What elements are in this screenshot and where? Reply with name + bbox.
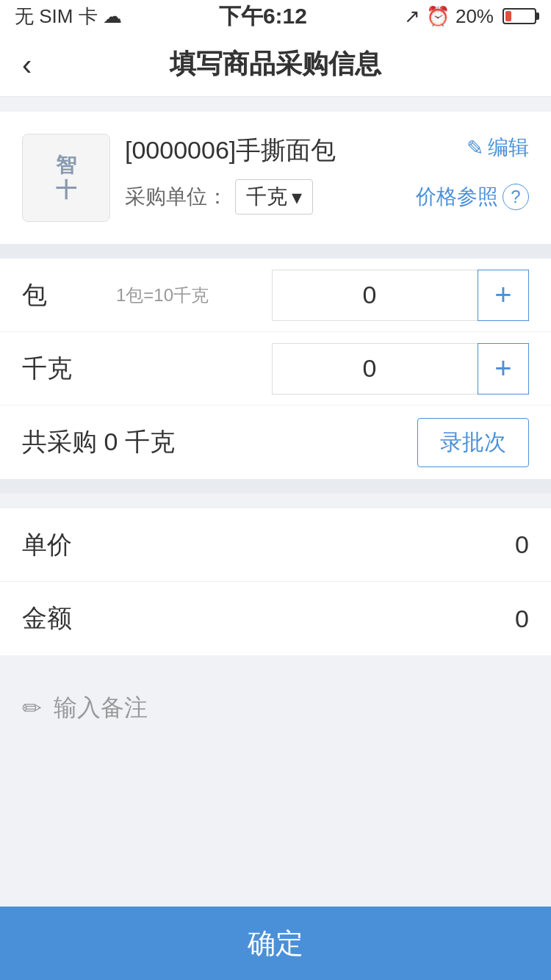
- total-amount: 0: [104, 428, 118, 455]
- separator-1: [0, 244, 551, 259]
- alarm-icon: ⏰: [426, 5, 450, 28]
- chevron-down-icon: ▾: [292, 185, 302, 209]
- amount-value: 0: [515, 605, 529, 633]
- product-card: 智 十 [0000006]手撕面包 ✎ 编辑 采购单位： 千克 ▾ 价格参照: [0, 112, 551, 244]
- logo-text: 智 十: [56, 153, 76, 202]
- bag-label: 包: [22, 278, 110, 312]
- pencil-icon: ✏: [22, 694, 42, 722]
- battery-icon: [503, 8, 536, 24]
- product-logo: 智 十: [22, 134, 110, 222]
- status-bar: 无 SIM 卡 ☁ 下午6:12 ↗ ⏰ 20%: [0, 0, 551, 32]
- batch-record-button[interactable]: 录批次: [417, 418, 529, 467]
- input-section: 包 1包=10千克 + 千克 +: [0, 259, 551, 406]
- amount-row: 金额 0: [0, 582, 551, 655]
- edit-button[interactable]: ✎ 编辑: [467, 134, 529, 162]
- bag-input-row: 包 1包=10千克 +: [0, 259, 551, 332]
- help-icon: ?: [503, 184, 529, 210]
- back-button[interactable]: ‹: [22, 50, 32, 79]
- bag-sub-label: 1包=10千克: [116, 284, 209, 307]
- kg-input-right: +: [272, 343, 529, 394]
- kg-input-row: 千克 +: [0, 332, 551, 406]
- bag-plus-button[interactable]: +: [478, 270, 529, 321]
- nav-bar: ‹ 填写商品采购信息: [0, 32, 551, 97]
- price-reference-button[interactable]: 价格参照 ?: [416, 183, 529, 211]
- edit-icon: ✎: [467, 136, 483, 160]
- kg-quantity-input[interactable]: [272, 343, 478, 394]
- unit-price-label: 单价: [22, 528, 72, 562]
- sim-signal-text: 无 SIM 卡 ☁: [15, 4, 122, 29]
- unit-row: 采购单位： 千克 ▾ 价格参照 ?: [125, 179, 529, 215]
- bag-quantity-input[interactable]: [272, 270, 478, 321]
- notes-section[interactable]: ✏ 输入备注: [0, 670, 551, 746]
- page-title: 填写商品采购信息: [170, 46, 381, 82]
- location-icon: ↗: [404, 5, 420, 28]
- total-row: 共采购 0 千克 录批次: [0, 406, 551, 479]
- unit-select-dropdown[interactable]: 千克 ▾: [235, 179, 313, 215]
- product-info: [0000006]手撕面包 ✎ 编辑 采购单位： 千克 ▾ 价格参照 ?: [125, 134, 529, 215]
- status-time: 下午6:12: [219, 1, 307, 32]
- price-section: 单价 0 金额 0: [0, 508, 551, 655]
- unit-label: 采购单位： 千克 ▾: [125, 179, 313, 215]
- product-name-row: [0000006]手撕面包 ✎ 编辑: [125, 134, 529, 167]
- amount-label: 金额: [22, 602, 72, 635]
- confirm-button[interactable]: 确定: [0, 907, 551, 980]
- status-right: ↗ ⏰ 20%: [404, 5, 536, 28]
- notes-placeholder: 输入备注: [54, 692, 148, 724]
- bag-input-right: +: [272, 270, 529, 321]
- status-left: 无 SIM 卡 ☁: [15, 4, 122, 29]
- kg-plus-button[interactable]: +: [478, 343, 529, 394]
- separator-2: [0, 479, 551, 494]
- unit-price-value: 0: [515, 530, 529, 559]
- kg-label: 千克: [22, 352, 110, 386]
- total-text: 共采购 0 千克: [22, 425, 175, 459]
- unit-price-row: 单价 0: [0, 508, 551, 582]
- product-name: [0000006]手撕面包: [125, 134, 336, 167]
- battery-percent: 20%: [455, 5, 494, 28]
